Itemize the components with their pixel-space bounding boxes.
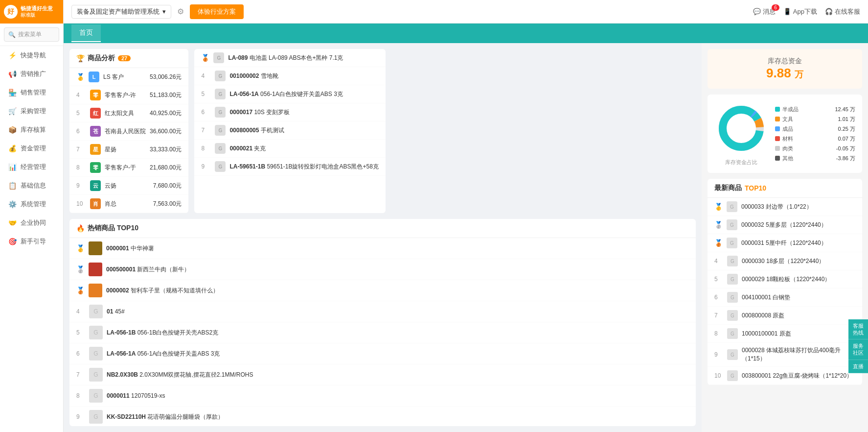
table-row: 8 G 0000021 夹克 <box>194 140 385 158</box>
chevron-down-icon: ▾ <box>162 8 166 15</box>
trial-button[interactable]: 体验行业方案 <box>190 4 244 19</box>
customer-name: 肖总 <box>105 200 149 208</box>
legend-value: 12.45 万 <box>835 106 855 113</box>
sidebar-menu: ⚡快捷导航📢营销推广🏪销售管理🛒采购管理📦库存核算💰资金管理📊经营管理📋基础信息… <box>0 46 63 251</box>
logo-badge: 标准版 <box>21 12 53 19</box>
rank-number: 10 <box>76 200 86 207</box>
medal-icon: 🥈 <box>714 221 723 229</box>
hot-products-title: 🔥 热销商品 TOP10 <box>69 219 696 238</box>
sidebar-label-operation: 经营管理 <box>21 163 46 171</box>
sidebar-icon-finance: 💰 <box>8 144 17 152</box>
rankings-row: 🏆 商品分析 27 🥇 L LS 客户 53,006.26元 4 零 零售客户-… <box>69 49 696 213</box>
sidebar-item-sales[interactable]: 🏪销售管理 <box>0 83 63 102</box>
sidebar-item-guide[interactable]: 🎯新手引导 <box>0 232 63 251</box>
legend-name: 肉类 <box>782 145 834 152</box>
customer-amount: 53,006.26元 <box>150 73 182 81</box>
sidebar-icon-sales: 🏪 <box>8 89 17 96</box>
logo-icon: 好 <box>4 5 18 19</box>
sidebar-item-basic[interactable]: 📋基础信息 <box>0 176 63 195</box>
rank-number: 6 <box>76 128 86 135</box>
customer-amount: 21,680.00元 <box>150 164 182 172</box>
legend-name: 半成品 <box>782 106 832 113</box>
list-item: 🥈 G 0000032 5厘多层（1220*2440） <box>708 216 862 234</box>
sidebar-search-area: 🔍 搜索菜单 <box>0 24 63 46</box>
sidebar-item-finance[interactable]: 💰资金管理 <box>0 139 63 158</box>
settings-icon[interactable]: ⚙ <box>177 7 184 16</box>
sidebar-item-shortcuts[interactable]: ⚡快捷导航 <box>0 46 63 65</box>
product-info: LA-056-1B 056-1B白色按键开关壳ABS2克 <box>107 329 689 337</box>
service-community[interactable]: 服务 社区 <box>848 339 868 360</box>
sidebar-item-operation[interactable]: 📊经营管理 <box>0 158 63 176</box>
product-info: 0000002 智利车子里（规格不知道填什么） <box>106 287 689 295</box>
svg-point-4 <box>731 118 752 139</box>
list-item: 7 G 000800008 原盔 <box>708 307 862 325</box>
list-item: 4 G 0000030 18多层（1220*2440） <box>708 252 862 270</box>
list-item: 🥉 0000002 智利车子里（规格不知道填什么） <box>69 280 696 301</box>
cs-hotline[interactable]: 客服 热线 <box>848 319 868 340</box>
message-badge[interactable]: 💬 消息 6 <box>753 7 776 16</box>
sidebar-icon-basic: 📋 <box>8 182 17 190</box>
customer-amount: 36,600.00元 <box>150 127 182 136</box>
list-item: 7 G NB2.0X30B 2.0X30MM双摆花轴,摆花直径2.1MM/ROH… <box>69 364 696 385</box>
legend-name: 材料 <box>782 135 836 143</box>
table-row: 🥇 L LS 客户 53,006.26元 <box>69 68 188 86</box>
app-label: App下载 <box>793 7 817 16</box>
customer-name: 红太阳文具 <box>105 109 146 118</box>
medal-icon: 🥈 <box>76 265 85 273</box>
table-row: 8 零 零售客户-于 21,680.00元 <box>69 159 188 177</box>
product-icon: G <box>727 328 738 339</box>
sidebar: 好 畅捷通好生意 标准版 🔍 搜索菜单 ⚡快捷导航📢营销推广🏪销售管理🛒采购管理… <box>0 0 64 432</box>
new-products-panel: 最新商品 TOP10 🥇 G 0000033 封边带（1.0*22） 🥈 G 0… <box>708 179 862 385</box>
legend-item: 肉类 -0.05 万 <box>775 145 855 152</box>
list-item: 🥇 0000001 中华神薯 <box>69 238 696 259</box>
avatar: 苍 <box>90 126 101 137</box>
inventory-total-label: 库存总资金 <box>715 57 854 66</box>
main-area: 装备及固定资产辅助管理系统 ▾ ⚙ 体验行业方案 💬 消息 6 📱 App下载 … <box>64 0 868 432</box>
legend-name: 文具 <box>782 116 836 123</box>
customer-name: LS 客户 <box>103 73 146 81</box>
medal-icon: 🥉 <box>201 54 209 62</box>
product-info: LA-089 电池盖 LA-089 ABS本色+黑种 7.1克 <box>228 54 378 62</box>
sidebar-item-inventory[interactable]: 📦库存核算 <box>0 120 63 139</box>
system-selector[interactable]: 装备及固定资产辅助管理系统 ▾ <box>71 5 171 19</box>
legend-value: 0.07 万 <box>838 135 855 143</box>
hot-products-list: 🥇 0000001 中华神薯 🥈 000500001 新西兰牛肉（新牛） 🥉 0… <box>69 238 696 426</box>
table-row: 🥉 G LA-089 电池盖 LA-089 ABS本色+黑种 7.1克 <box>194 49 385 67</box>
avatar: 红 <box>90 108 101 119</box>
sidebar-item-purchase[interactable]: 🛒采购管理 <box>0 102 63 120</box>
sidebar-item-marketing[interactable]: 📢营销推广 <box>0 65 63 83</box>
legend-name: 成品 <box>782 125 836 133</box>
rank-number: 6 <box>76 350 85 357</box>
sidebar-item-system[interactable]: ⚙️系统管理 <box>0 195 63 214</box>
message-icon: 💬 <box>753 8 761 15</box>
content-area: 🏆 商品分析 27 🥇 L LS 客户 53,006.26元 4 零 零售客户-… <box>64 43 868 432</box>
sidebar-label-sales: 销售管理 <box>21 88 46 97</box>
rank-number: 4 <box>201 72 211 79</box>
online-service[interactable]: 🎧 在线客服 <box>825 7 860 16</box>
topbar-right: 💬 消息 6 📱 App下载 🎧 在线客服 <box>753 7 860 16</box>
sidebar-icon-collab: 🤝 <box>8 219 17 227</box>
rank-number: 6 <box>201 109 211 116</box>
legend-item: 其他 -3.86 万 <box>775 155 855 162</box>
sidebar-item-collab[interactable]: 🤝企业协同 <box>0 214 63 232</box>
middle-section: 🏆 商品分析 27 🥇 L LS 客户 53,006.26元 4 零 零售客户-… <box>64 43 702 432</box>
app-logo: 好 畅捷通好生意 标准版 <box>0 0 63 24</box>
app-download[interactable]: 📱 App下载 <box>783 7 817 16</box>
avatar: L <box>89 72 99 82</box>
fire-icon: 🔥 <box>76 224 85 232</box>
sidebar-icon-marketing: 📢 <box>8 70 17 78</box>
customer-count-badge: 27 <box>118 55 131 61</box>
product-avatar: G <box>215 89 226 99</box>
direct[interactable]: 直播 <box>848 360 868 373</box>
tab-home[interactable]: 首页 <box>71 24 101 42</box>
legend-item: 成品 0.25 万 <box>775 125 855 133</box>
product-image: G <box>89 389 103 403</box>
avatar: 肖 <box>90 198 101 209</box>
search-menu-button[interactable]: 🔍 搜索菜单 <box>4 27 59 42</box>
product-image: G <box>89 347 103 360</box>
rank-number: 8 <box>76 164 86 171</box>
legend-color <box>775 156 780 161</box>
rank-number: 8 <box>201 145 211 152</box>
sidebar-label-system: 系统管理 <box>21 200 46 209</box>
customer-name: 零售客户-于 <box>105 164 146 172</box>
